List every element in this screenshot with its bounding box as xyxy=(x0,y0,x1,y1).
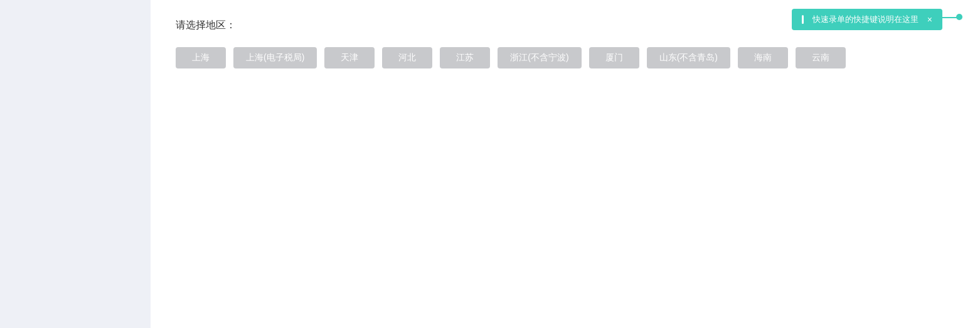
region-btn-shanghai-etax[interactable]: 上海(电子税局) xyxy=(233,47,317,68)
region-btn-shanghai[interactable]: 上海 xyxy=(176,47,226,68)
region-btn-tianjin[interactable]: 天津 xyxy=(324,47,375,68)
region-btn-shandong[interactable]: 山东(不含青岛) xyxy=(647,47,730,68)
tooltip-label: 快速录单的快捷键说明在这里 xyxy=(812,14,919,25)
region-btn-xiamen[interactable]: 厦门 xyxy=(589,47,639,68)
tooltip-dot xyxy=(956,14,962,20)
region-btn-hainan[interactable]: 海南 xyxy=(738,47,788,68)
left-sidebar xyxy=(0,0,151,328)
tooltip-close-button[interactable]: × xyxy=(927,14,932,25)
region-btn-zhejiang[interactable]: 浙江(不含宁波) xyxy=(498,47,581,68)
tooltip-line xyxy=(942,17,957,18)
region-btn-hebei[interactable]: 河北 xyxy=(382,47,432,68)
main-content: 请选择地区： 上海上海(电子税局)天津河北江苏浙江(不含宁波)厦门山东(不含青岛… xyxy=(151,0,980,328)
region-btn-jiangsu[interactable]: 江苏 xyxy=(440,47,490,68)
tooltip-banner: 快速录单的快捷键说明在这里 × xyxy=(792,9,942,30)
region-btn-yunnan[interactable]: 云南 xyxy=(796,47,846,68)
region-buttons-container: 上海上海(电子税局)天津河北江苏浙江(不含宁波)厦门山东(不含青岛)海南云南 xyxy=(176,47,955,68)
